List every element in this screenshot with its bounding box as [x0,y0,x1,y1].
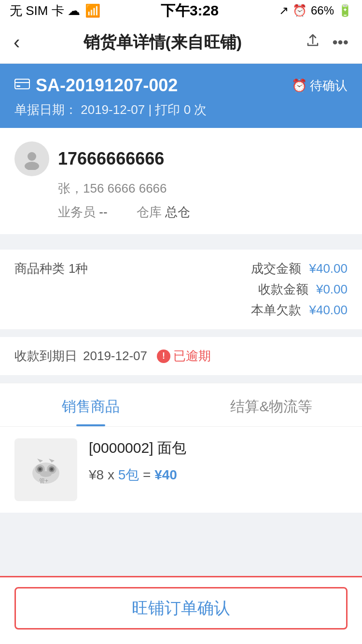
tab-settlement[interactable]: 结算&物流等 [181,383,362,426]
tabs-section: 销售商品 结算&物流等 [0,383,362,427]
received-amount-value: ¥0.00 [316,282,348,297]
owed-amount-line: 本单欠款 ¥40.00 [251,302,348,319]
svg-point-11 [40,471,52,477]
customer-row: 17666666666 [14,141,348,176]
tab-settlement-label: 结算&物流等 [230,398,312,414]
tab-products[interactable]: 销售商品 [0,383,181,426]
nav-actions: ••• [305,33,348,52]
equals-sign: = [143,467,154,482]
customer-meta: 业务员 -- 仓库 总仓 [58,204,348,221]
svg-text:管+: 管+ [39,477,48,484]
date-label: 单据日期： [14,102,77,117]
svg-point-10 [50,468,53,471]
status-text: 待确认 [310,77,348,94]
print-info: | 打印 0 次 [148,102,207,117]
nav-bar: ‹ 销货单详情(来自旺铺) ••• [0,21,362,64]
svg-rect-1 [16,85,20,87]
order-id: SA-20191207-002 [14,75,178,96]
status-left: 无 SIM 卡 ☁ 📶 [10,2,100,19]
owed-amount-label: 本单欠款 [251,302,301,319]
product-code: [0000002] [89,440,153,456]
status-right: ↗ ⏰ 66% 🔋 [279,4,352,17]
tab-products-label: 销售商品 [62,398,120,414]
tabs-row: 销售商品 结算&物流等 [0,383,362,427]
confirm-btn-wrap: 旺铺订单确认 [0,576,362,644]
location-icon: ↗ [279,4,289,17]
more-icon[interactable]: ••• [332,33,348,51]
battery-text: 66% [311,4,334,17]
avatar [14,141,49,176]
price-unit: ¥8 x [89,467,118,482]
goods-type-value: 1种 [69,260,88,277]
share-icon[interactable] [305,33,320,52]
deal-amount-label: 成交金额 [251,260,301,277]
received-amount-label: 收款金额 [258,281,308,298]
svg-rect-0 [15,79,29,89]
amounts-section: 商品种类 1种 成交金额 ¥40.00 收款金额 ¥0.00 本单欠款 ¥40.… [0,242,362,329]
status-bar: 无 SIM 卡 ☁ 📶 下午3:28 ↗ ⏰ 66% 🔋 [0,0,362,21]
customer-phone: 17666666666 [58,149,164,169]
due-section: 收款到期日 2019-12-07 ! 已逾期 [0,329,362,375]
staff-label: 业务员 [58,205,96,219]
status-clock-icon: ⏰ [292,78,307,93]
goods-type-label: 商品种类 [14,260,65,277]
staff-value: -- [99,205,107,219]
due-date-label: 收款到期日 [14,348,77,364]
svg-point-2 [28,152,36,161]
overdue-text: 已逾期 [173,348,211,364]
product-image: 管+ [14,438,77,501]
product-section: 管+ [0000002] 面包 ¥8 x 5包 = ¥40 [0,427,362,513]
customer-section: 17666666666 张，156 6666 6666 业务员 -- 仓库 总仓 [0,128,362,234]
alarm-icon: ⏰ [292,4,307,17]
customer-name: 张，156 6666 6666 [58,180,348,197]
owed-amount-value: ¥40.00 [309,303,348,318]
confirm-button[interactable]: 旺铺订单确认 [14,587,348,630]
amounts-right: 成交金额 ¥40.00 收款金额 ¥0.00 本单欠款 ¥40.00 [251,260,348,319]
svg-point-9 [39,468,42,471]
product-name: [0000002] 面包 [89,438,348,458]
product-total: ¥40 [154,467,177,482]
no-sim-text: 无 SIM 卡 ☁ [10,2,80,19]
received-amount-line: 收款金额 ¥0.00 [258,281,348,298]
goods-type-field: 商品种类 1种 [14,260,88,277]
overdue-badge: ! 已逾期 [157,348,211,364]
staff-field: 业务员 -- [58,204,108,221]
deal-amount-value: ¥40.00 [309,261,348,276]
overdue-icon: ! [157,350,170,363]
svg-point-3 [25,162,39,170]
page-title: 销货单详情(来自旺铺) [84,31,242,54]
back-button[interactable]: ‹ [14,31,20,53]
amounts-row: 商品种类 1种 成交金额 ¥40.00 收款金额 ¥0.00 本单欠款 ¥40.… [14,260,348,319]
product-info: [0000002] 面包 ¥8 x 5包 = ¥40 [89,438,348,484]
battery-icon: 🔋 [338,4,352,17]
order-id-text: SA-20191207-002 [36,75,178,96]
order-type-icon [14,75,30,96]
deal-amount-line: 成交金额 ¥40.00 [251,260,348,277]
wifi-icon: 📶 [85,3,100,18]
warehouse-value: 总仓 [165,205,190,219]
date-value: 2019-12-07 [81,102,145,117]
due-date-value: 2019-12-07 [83,349,147,364]
confirm-button-label: 旺铺订单确认 [132,597,230,619]
status-time: 下午3:28 [161,1,219,21]
order-status: ⏰ 待确认 [292,77,348,94]
order-header: SA-20191207-002 ⏰ 待确认 单据日期： 2019-12-07 |… [0,64,362,128]
product-qty: 5包 [118,467,139,482]
order-date-row: 单据日期： 2019-12-07 | 打印 0 次 [14,101,348,118]
warehouse-label: 仓库 [137,205,162,219]
warehouse-field: 仓库 总仓 [137,204,190,221]
product-row: 管+ [0000002] 面包 ¥8 x 5包 = ¥40 [14,438,348,501]
product-name-text: 面包 [157,440,186,456]
product-price: ¥8 x 5包 = ¥40 [89,466,348,484]
